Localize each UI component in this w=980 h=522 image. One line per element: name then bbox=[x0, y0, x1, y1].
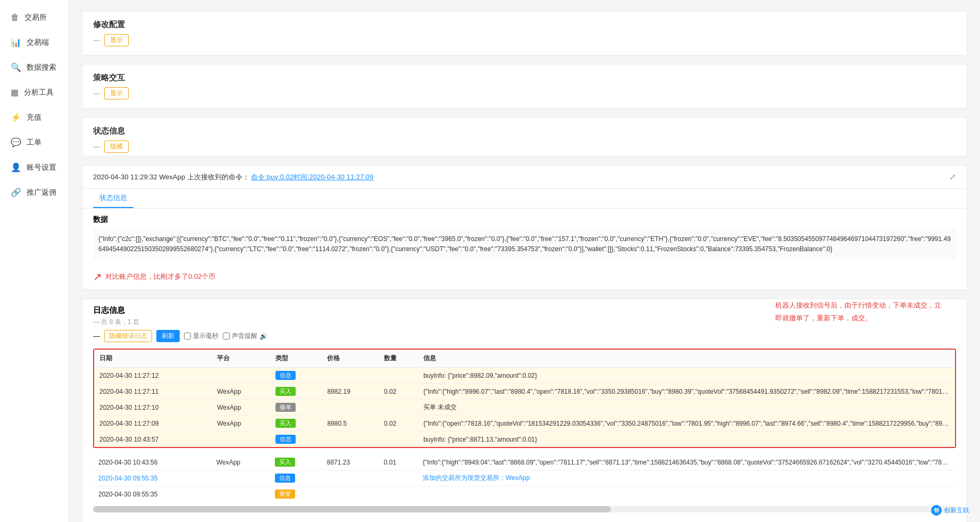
sidebar-item-account[interactable]: 👤 账号设置 bbox=[0, 155, 69, 180]
refresh-btn[interactable]: 刷新 bbox=[156, 330, 180, 342]
type-badge: 买入 bbox=[275, 458, 295, 467]
strategy-interact-title: 策略交互 bbox=[93, 73, 956, 83]
table-row: 2020-04-30 10:43:57 信息 buyInfo: {"price"… bbox=[94, 432, 955, 448]
cell-qty: 0.01 bbox=[379, 454, 417, 470]
orders-icon: 💬 bbox=[11, 137, 21, 147]
cell-date: 2020-04-30 09:55:35 bbox=[93, 470, 211, 486]
annotation-text: 对比账户信息，比刚才多了0.02个币 bbox=[105, 272, 215, 281]
dash-log2: — bbox=[93, 332, 100, 340]
sound-tip-text: 声音提醒 bbox=[232, 332, 257, 341]
log-section: 日志信息 — 共 8 条，1 页 — 隐藏错误日志 刷新 显示毫秒 声音提醒 🔊… bbox=[82, 299, 967, 522]
referral-icon: 🔗 bbox=[11, 187, 21, 197]
data-section: 数据 {"Info":{"c2c":[]},"exchange":[{"curr… bbox=[82, 209, 967, 266]
sidebar-item-exchange[interactable]: 🗑 交易所 bbox=[0, 5, 69, 30]
sound-tip-label: 声音提醒 🔊 bbox=[223, 332, 267, 341]
cell-qty bbox=[379, 486, 417, 502]
command-text: 命令:buy:0.02时间:2020-04-30 11:27:09 bbox=[251, 173, 373, 181]
cell-platform bbox=[212, 368, 270, 384]
cell-qty bbox=[379, 368, 418, 384]
sidebar-item-label: 推广返佣 bbox=[27, 188, 56, 197]
tab-status-info[interactable]: 状态信息 bbox=[93, 189, 133, 208]
hide-error-log-btn[interactable]: 隐藏错误日志 bbox=[104, 330, 152, 342]
dash-icon2: — bbox=[93, 89, 100, 97]
cell-platform bbox=[211, 486, 270, 502]
show-ms-label: 显示毫秒 bbox=[184, 332, 219, 341]
right-note: 机器人接收到信号后，由于行情变动，下单未成交，立即就撤单了，重新下单，成交。 bbox=[775, 299, 945, 324]
cell-qty bbox=[379, 470, 417, 486]
cell-price bbox=[322, 432, 379, 448]
analytics-icon: ▦ bbox=[11, 87, 19, 97]
cell-qty bbox=[379, 400, 418, 416]
cell-date: 2020-04-30 10:43:57 bbox=[94, 432, 212, 448]
sidebar-item-label: 充值 bbox=[27, 113, 41, 122]
expand-icon[interactable]: ⤢ bbox=[949, 172, 956, 182]
show-ms-checkbox[interactable] bbox=[184, 333, 191, 339]
type-badge: 信息 bbox=[275, 371, 296, 380]
sidebar-item-analytics[interactable]: ▦ 分析工具 bbox=[0, 80, 69, 105]
cell-price bbox=[322, 368, 379, 384]
cell-date: 2020-04-30 10:43:56 bbox=[93, 454, 211, 470]
cell-date: 2020-04-30 11:27:11 bbox=[94, 384, 212, 400]
modify-config-section: 修改配置 — 显示 bbox=[82, 11, 967, 55]
cell-info: {"Info":{"high":"8996.07","last":"8980.4… bbox=[418, 384, 955, 400]
status-info-toggle[interactable]: 隐藏 bbox=[104, 140, 129, 153]
table-row: 2020-04-30 11:27:11 WexApp 买入 8982.19 0.… bbox=[94, 384, 955, 400]
scrollbar-area[interactable] bbox=[93, 506, 956, 512]
cell-platform: WexApp bbox=[212, 416, 270, 432]
cell-platform bbox=[211, 470, 270, 486]
scrollbar-thumb[interactable] bbox=[93, 506, 611, 512]
type-badge: 重置 bbox=[275, 490, 295, 499]
sidebar-item-label: 交易所 bbox=[24, 13, 47, 22]
show-ms-text: 显示毫秒 bbox=[193, 332, 219, 341]
cell-date: 2020-04-30 11:27:09 bbox=[94, 416, 212, 432]
table-row: 2020-04-30 11:27:12 信息 buyInfo: {"price"… bbox=[94, 368, 955, 384]
modify-config-toggle[interactable]: 显示 bbox=[104, 34, 129, 46]
sound-tip-checkbox[interactable] bbox=[223, 333, 230, 339]
account-icon: 👤 bbox=[11, 162, 21, 172]
cell-platform: WexApp bbox=[212, 400, 270, 416]
status-info-label-section: 状态信息 — 隐藏 bbox=[82, 117, 967, 156]
terminal-icon: 📊 bbox=[11, 37, 21, 47]
cell-type: 信息 bbox=[270, 368, 322, 384]
deposit-icon: ⚡ bbox=[11, 112, 21, 122]
header-prefix: 2020-04-30 11:29:32 WexApp 上次接收到的命令： bbox=[93, 173, 249, 181]
sidebar-item-deposit[interactable]: ⚡ 充值 bbox=[0, 105, 69, 130]
type-badge: 信息 bbox=[275, 435, 296, 444]
cell-price: 8982.19 bbox=[322, 384, 379, 400]
strategy-interact-section: 策略交互 — 显示 bbox=[82, 64, 967, 109]
note-box: 日期 平台 类型 价格 数量 信息 2020-04-30 11:27:12 信息… bbox=[93, 349, 956, 448]
arrow-icon: ↗ bbox=[93, 270, 102, 283]
cell-type: 买入 bbox=[270, 454, 322, 470]
sidebar-item-terminal[interactable]: 📊 交易端 bbox=[0, 30, 69, 55]
cell-type: 信息 bbox=[270, 470, 322, 486]
log-count: 共 8 条，1 页 bbox=[101, 318, 139, 326]
cell-type: 买入 bbox=[270, 416, 322, 432]
sidebar-item-datasearch[interactable]: 🔍 数据搜索 bbox=[0, 55, 69, 80]
cell-platform: WexApp bbox=[212, 384, 270, 400]
strategy-interact-row: — 显示 bbox=[93, 87, 956, 100]
type-badge: 信息 bbox=[275, 474, 295, 483]
cell-qty bbox=[379, 432, 418, 448]
type-badge: 撤单 bbox=[275, 403, 296, 412]
cell-type: 撤单 bbox=[270, 400, 322, 416]
sidebar-item-referral[interactable]: 🔗 推广返佣 bbox=[0, 180, 69, 205]
cell-info: buyInfo: {"price":8871.13,"amount":0.01} bbox=[418, 432, 955, 448]
annotation: ↗ 对比账户信息，比刚才多了0.02个币 bbox=[82, 266, 967, 289]
col-info: 信息 bbox=[418, 350, 955, 368]
dash-icon3: — bbox=[93, 143, 100, 151]
col-price: 价格 bbox=[322, 350, 379, 368]
cell-type: 重置 bbox=[270, 486, 322, 502]
strategy-interact-toggle[interactable]: 显示 bbox=[104, 87, 129, 100]
status-info-header: 2020-04-30 11:29:32 WexApp 上次接收到的命令： 命令:… bbox=[82, 165, 967, 189]
cell-qty: 0.02 bbox=[379, 416, 418, 432]
data-content: {"Info":{"c2c":[]},"exchange":[{"currenc… bbox=[93, 229, 956, 260]
sidebar-item-orders[interactable]: 💬 工单 bbox=[0, 130, 69, 155]
type-badge: 买入 bbox=[275, 419, 296, 428]
exchange-icon: 🗑 bbox=[11, 13, 19, 22]
table-row: 2020-04-30 10:43:56 WexApp 买入 8871.23 0.… bbox=[93, 454, 956, 470]
cell-date: 2020-04-30 11:27:12 bbox=[94, 368, 212, 384]
cell-price: 8871.23 bbox=[322, 454, 379, 470]
cell-date: 2020-04-30 09:55:35 bbox=[93, 486, 211, 502]
sidebar-item-label: 账号设置 bbox=[27, 163, 56, 172]
status-info-row: — 隐藏 bbox=[93, 140, 956, 153]
